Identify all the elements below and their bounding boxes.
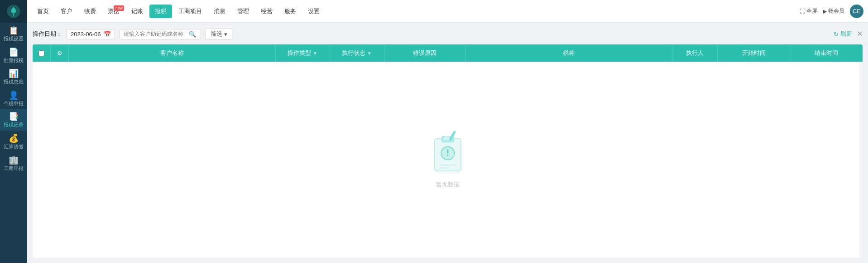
fullscreen-button[interactable]: ⛶ 全屏 [800, 7, 817, 15]
th-tax-type: 税种 [466, 44, 673, 62]
th-settings: ⚙ [51, 44, 69, 62]
sidebar-item-label: 批量报税 [4, 58, 24, 63]
baoshui-shezhi-icon: 📋 [9, 26, 19, 34]
sidebar: 📋 报税设置 📄 批量报税 📊 报税总览 👤 个税申报 📑 报税记录 💰 汇算清… [0, 0, 27, 263]
nav-shezhi[interactable]: 设置 [302, 5, 325, 18]
search-box: 🔍 [120, 29, 201, 39]
main-area: 首页 客户 收费 票据 new 记账 报税 工商项目 消息 管理 经营 服务 设… [27, 0, 868, 263]
date-value: 2023-06-06 [71, 31, 101, 38]
sidebar-item-gongshang-nianbao[interactable]: 🏢 工商年报 [0, 152, 27, 174]
nav-xiaoxi[interactable]: 消息 [208, 5, 231, 18]
vip-button[interactable]: ▶ 畅会员 [823, 7, 844, 15]
gongshang-icon: 🏢 [9, 156, 19, 164]
baoshui-jilu-icon: 📑 [9, 112, 19, 121]
content: 操作日期： 2023-06-06 📅 🔍 筛选 ▾ ↻ 刷新 ✕ [27, 23, 868, 263]
nav-home[interactable]: 首页 [32, 5, 54, 18]
vip-label: 畅会员 [828, 7, 844, 15]
sidebar-item-label: 工商年报 [4, 166, 24, 171]
search-input[interactable] [124, 31, 187, 37]
sidebar-item-huisuan-jiaona[interactable]: 💰 汇算清缴 [0, 131, 27, 152]
filter-label: 筛选 [211, 30, 222, 38]
empty-state: 暂无数据 [425, 131, 470, 189]
topnav-right: ⛶ 全屏 ▶ 畅会员 CE [800, 5, 863, 18]
fullscreen-icon: ⛶ [800, 8, 805, 15]
svg-point-6 [447, 155, 448, 156]
sort-icon: ▼ [367, 51, 372, 56]
th-error-reason: 错误原因 [384, 44, 466, 62]
table-container: ⚙ 客户名称 操作类型 ▼ 执行状态 ▼ 错误原因 税种 [33, 44, 863, 258]
table-body: 暂无数据 [33, 62, 863, 258]
th-operation-type[interactable]: 操作类型 ▼ [276, 44, 330, 62]
nav-items: 首页 客户 收费 票据 new 记账 报税 工商项目 消息 管理 经营 服务 设… [32, 5, 800, 18]
nav-piao[interactable]: 票据 new [102, 5, 125, 18]
baoshui-zongjian-icon: 📊 [9, 69, 19, 78]
sort-icon: ▼ [313, 51, 317, 56]
sidebar-item-geshui-shenbao[interactable]: 👤 个税申报 [0, 88, 27, 109]
empty-text: 暂无数据 [436, 180, 460, 189]
nav-shoufei[interactable]: 收费 [79, 5, 101, 18]
fullscreen-label: 全屏 [806, 7, 817, 15]
sidebar-item-baoshui-shezhi[interactable]: 📋 报税设置 [0, 23, 27, 44]
vip-icon: ▶ [823, 8, 827, 15]
sidebar-item-label: 个税申报 [4, 101, 24, 107]
th-checkbox[interactable] [33, 44, 51, 62]
sidebar-item-label: 报税设置 [4, 36, 24, 42]
th-customer-name: 客户名称 [69, 44, 276, 62]
sidebar-item-baoshui-jilu[interactable]: 📑 报税记录 [0, 109, 27, 131]
date-picker[interactable]: 2023-06-06 📅 [67, 29, 115, 39]
geshui-icon: 👤 [9, 91, 19, 99]
nav-baoshui[interactable]: 报税 [149, 5, 172, 18]
svg-rect-11 [439, 167, 450, 169]
search-icon[interactable]: 🔍 [189, 31, 196, 38]
topnav: 首页 客户 收费 票据 new 记账 报税 工商项目 消息 管理 经营 服务 设… [27, 0, 868, 23]
date-label: 操作日期： [33, 30, 62, 38]
svg-rect-5 [447, 149, 448, 154]
new-badge: new [114, 5, 124, 11]
nav-jingying[interactable]: 经营 [255, 5, 278, 18]
svg-rect-10 [439, 165, 456, 166]
sidebar-item-piliang-baoshui[interactable]: 📄 批量报税 [0, 44, 27, 66]
close-button[interactable]: ✕ [857, 30, 863, 38]
th-start-time: 开始时间 [718, 44, 790, 62]
logo [0, 0, 27, 23]
refresh-button[interactable]: ↻ 刷新 [834, 30, 852, 38]
nav-customer[interactable]: 客户 [55, 5, 78, 18]
sidebar-item-label: 报税总览 [4, 79, 24, 85]
calendar-icon: 📅 [104, 31, 111, 38]
refresh-label: 刷新 [840, 30, 852, 38]
nav-fuwu[interactable]: 服务 [279, 5, 302, 18]
chevron-down-icon: ▾ [224, 31, 227, 38]
scroll-track[interactable] [859, 62, 863, 258]
settings-icon[interactable]: ⚙ [57, 50, 62, 57]
sidebar-item-label: 汇算清缴 [4, 144, 24, 150]
huisuan-icon: 💰 [9, 134, 19, 142]
sidebar-item-label: 报税记录 [4, 122, 24, 128]
empty-illustration [425, 131, 470, 176]
filter-button[interactable]: 筛选 ▾ [206, 28, 232, 40]
th-executor: 执行人 [672, 44, 718, 62]
table-header: ⚙ 客户名称 操作类型 ▼ 执行状态 ▼ 错误原因 税种 [33, 44, 863, 62]
select-all-checkbox[interactable] [38, 50, 44, 56]
sidebar-item-baoshui-zongjian[interactable]: 📊 报税总览 [0, 66, 27, 88]
th-exec-status[interactable]: 执行状态 ▼ [330, 44, 384, 62]
piliang-baoshui-icon: 📄 [9, 48, 19, 56]
nav-guanli[interactable]: 管理 [232, 5, 254, 18]
refresh-icon: ↻ [834, 31, 839, 38]
avatar[interactable]: CE [850, 5, 863, 18]
th-end-time: 结束时间 [790, 44, 863, 62]
nav-gongshang[interactable]: 工商项目 [173, 5, 207, 18]
nav-jizhang[interactable]: 记账 [126, 5, 149, 18]
toolbar: 操作日期： 2023-06-06 📅 🔍 筛选 ▾ ↻ 刷新 ✕ [33, 28, 863, 40]
